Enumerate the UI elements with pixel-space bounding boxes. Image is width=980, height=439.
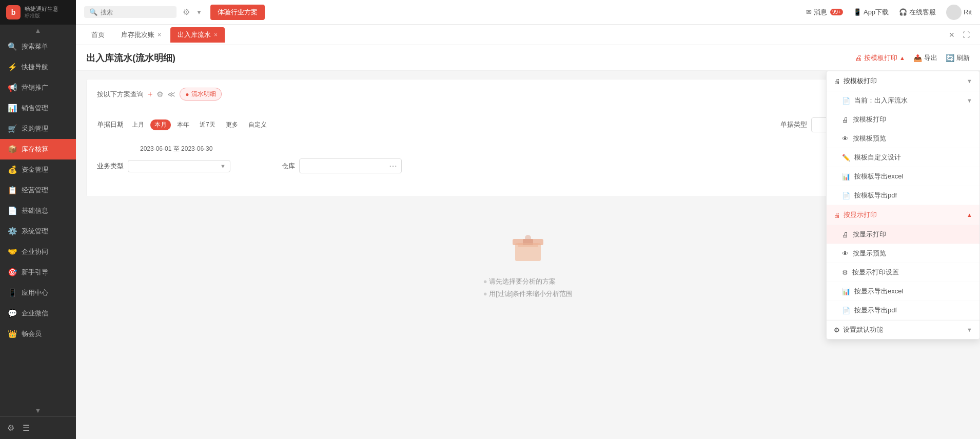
- collapse-menu-icon[interactable]: ☰: [23, 423, 30, 433]
- message-label: 消息: [814, 8, 827, 17]
- display-print-section-header[interactable]: 🖨 按显示打印 ▲: [827, 205, 979, 225]
- print-button[interactable]: 🖨 按模板打印 ▲: [855, 53, 905, 63]
- empty-hint-2: 用[过滤]条件来缩小分析范围: [483, 289, 573, 298]
- sidebar-scroll-up[interactable]: ▲: [0, 25, 76, 36]
- display-print-header-icon: 🖨: [834, 211, 840, 219]
- app-center-icon: 📱: [7, 288, 17, 298]
- warehouse-dots[interactable]: ⋯: [389, 161, 397, 171]
- sidebar-item-wechat[interactable]: 💬 企业微信: [0, 303, 76, 324]
- app-icon: b: [6, 5, 21, 19]
- sidebar-item-app-center[interactable]: 📱 应用中心: [0, 283, 76, 303]
- dropdown-template-print[interactable]: 🖨 按模板打印: [827, 110, 979, 129]
- app-version: 标准版: [25, 12, 58, 19]
- filter-collapse-icon[interactable]: ≪: [167, 90, 175, 99]
- dropdown-template-export-excel[interactable]: 📊 按模板导出excel: [827, 167, 979, 186]
- dropdown-template-export-pdf[interactable]: 📄 按模板导出pdf: [827, 186, 979, 205]
- svg-rect-3: [518, 243, 538, 247]
- inventory-icon: 📦: [7, 144, 17, 154]
- sidebar-item-guide[interactable]: 🎯 新手引导: [0, 262, 76, 283]
- industry-solution-button[interactable]: 体验行业方案: [210, 5, 265, 20]
- date-tab-custom[interactable]: 自定义: [244, 119, 271, 130]
- biz-type-chevron-icon[interactable]: ▼: [220, 163, 226, 169]
- template-print-icon: 🖨: [834, 77, 840, 85]
- sidebar: b 畅捷通好生意 标准版 ▲ 🔍 搜索菜单 ⚡ 快捷导航 📢 营销推广 📊 销售…: [0, 0, 76, 439]
- template-custom-icon: ✏️: [842, 154, 850, 162]
- sidebar-item-finance[interactable]: 💰 资金管理: [0, 159, 76, 180]
- sidebar-item-enterprise[interactable]: 🤝 企业协同: [0, 242, 76, 262]
- sidebar-item-label: 营销推广: [22, 83, 48, 92]
- window-maximize-icon[interactable]: ⛶: [961, 29, 972, 41]
- sidebar-item-label: 企业微信: [22, 309, 48, 318]
- warehouse-field[interactable]: [304, 163, 387, 170]
- sidebar-scroll-down[interactable]: ▼: [0, 405, 76, 416]
- sidebar-item-marketing[interactable]: 📢 营销推广: [0, 77, 76, 98]
- template-print-items: 📄 当前：出入库流水 ▼ 🖨 按模板打印 👁 按模板预览 ✏️ 模板自: [827, 91, 979, 205]
- biz-type-input[interactable]: ▼: [128, 160, 230, 172]
- sidebar-item-basic-info[interactable]: 📄 基础信息: [0, 201, 76, 221]
- topbar-dropdown-icon[interactable]: ▼: [196, 9, 202, 16]
- date-tab-last-month[interactable]: 上月: [128, 119, 148, 130]
- sidebar-item-purchase[interactable]: 🛒 采购管理: [0, 118, 76, 139]
- dropdown-template-preview[interactable]: 👁 按模板预览: [827, 129, 979, 148]
- search-bar[interactable]: 🔍: [84, 6, 177, 18]
- wechat-icon: 💬: [7, 308, 17, 318]
- dropdown-display-export-pdf[interactable]: 📄 按显示导出pdf: [827, 301, 979, 320]
- sidebar-item-member[interactable]: 👑 畅会员: [0, 324, 76, 344]
- display-export-excel-icon: 📊: [842, 288, 850, 295]
- filter-settings-icon[interactable]: ⚙: [156, 90, 163, 99]
- page-actions: 🖨 按模板打印 ▲ 📤 导出 🔄 刷新: [855, 53, 970, 63]
- biz-type-field[interactable]: [132, 163, 218, 170]
- search-input[interactable]: [101, 9, 162, 16]
- sidebar-item-operations[interactable]: 📋 经营管理: [0, 180, 76, 201]
- user-avatar-button[interactable]: Rit: [946, 5, 972, 20]
- window-close-icon[interactable]: ✕: [946, 29, 957, 41]
- tab-in-out-flow[interactable]: 出入库流水 ×: [170, 27, 225, 43]
- tab-inventory-batch-close[interactable]: ×: [158, 31, 161, 38]
- biz-type-label: 业务类型: [97, 162, 124, 171]
- message-badge: 99+: [830, 9, 843, 15]
- dropdown-display-export-excel[interactable]: 📊 按显示导出excel: [827, 282, 979, 301]
- sidebar-item-label: 畅会员: [22, 329, 42, 338]
- template-print-section-header[interactable]: 🖨 按模板打印 ▼: [827, 71, 979, 91]
- sidebar-item-inventory[interactable]: 📦 库存核算: [0, 139, 76, 159]
- warehouse-input[interactable]: ⋯: [299, 158, 402, 173]
- date-tab-this-year[interactable]: 本年: [173, 119, 193, 130]
- date-tab-more[interactable]: 更多: [222, 119, 242, 130]
- current-template-icon: 📄: [842, 97, 850, 105]
- refresh-icon: 🔄: [946, 54, 954, 62]
- online-service-button[interactable]: 🎧 在线客服: [899, 8, 936, 17]
- template-export-excel-icon: 📊: [842, 173, 850, 181]
- dropdown-display-preview[interactable]: 👁 按显示预览: [827, 244, 979, 263]
- date-tab-this-month[interactable]: 本月: [150, 119, 171, 130]
- filter-add-button[interactable]: +: [148, 90, 152, 99]
- tab-inventory-batch[interactable]: 库存批次账 ×: [114, 27, 168, 43]
- sidebar-item-label: 库存核算: [22, 145, 48, 154]
- message-button[interactable]: ✉ 消息 99+: [806, 8, 843, 17]
- tab-in-out-flow-label: 出入库流水: [178, 30, 211, 39]
- dropdown-template-custom[interactable]: ✏️ 模板自定义设计: [827, 148, 979, 167]
- app-download-button[interactable]: 📱 App下载: [853, 8, 889, 17]
- sidebar-item-quick-nav[interactable]: ⚡ 快捷导航: [0, 57, 76, 77]
- sidebar-item-search-menu[interactable]: 🔍 搜索菜单: [0, 36, 76, 57]
- dropdown-display-print-settings[interactable]: ⚙ 按显示打印设置: [827, 263, 979, 282]
- print-icon: 🖨: [855, 54, 862, 62]
- date-tab-last-7-days[interactable]: 近7天: [195, 119, 220, 130]
- filter-chip[interactable]: ● 流水明细: [180, 88, 221, 101]
- sidebar-item-sys-mgmt[interactable]: ⚙️ 系统管理: [0, 221, 76, 242]
- tab-inventory-batch-label: 库存批次账: [121, 30, 154, 39]
- tab-home[interactable]: 首页: [84, 27, 112, 43]
- print-label: 按模板打印: [864, 53, 897, 63]
- sidebar-item-sales[interactable]: 📊 销售管理: [0, 98, 76, 118]
- export-button[interactable]: 📤 导出: [913, 53, 937, 63]
- topbar-gear-icon[interactable]: ⚙: [183, 7, 190, 17]
- sidebar-item-label: 系统管理: [22, 227, 48, 236]
- refresh-button[interactable]: 🔄 刷新: [946, 53, 970, 63]
- dropdown-display-print[interactable]: 🖨 按显示打印: [827, 225, 979, 244]
- filter-biz-type-item: 业务类型 ▼: [97, 160, 230, 172]
- chip-label: 流水明细: [191, 90, 216, 98]
- display-export-pdf-icon: 📄: [842, 307, 850, 314]
- dropdown-current-template[interactable]: 📄 当前：出入库流水 ▼: [827, 91, 979, 110]
- settings-icon[interactable]: ⚙: [7, 423, 14, 433]
- dropdown-default-settings[interactable]: ⚙ 设置默认功能 ▼: [827, 320, 979, 339]
- tab-in-out-flow-close[interactable]: ×: [214, 31, 218, 38]
